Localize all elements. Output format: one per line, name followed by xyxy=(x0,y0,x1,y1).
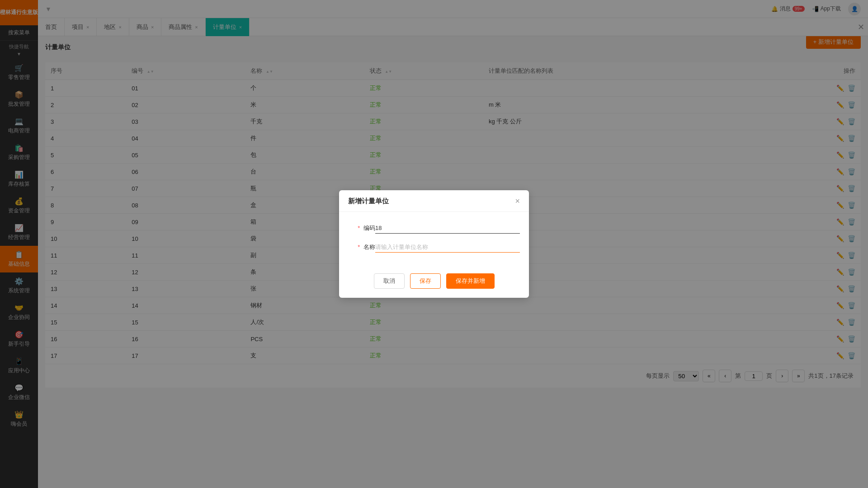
modal-footer: 取消 保存 保存并新增 xyxy=(339,268,529,298)
save-button[interactable]: 保存 xyxy=(410,273,441,289)
code-input[interactable] xyxy=(375,223,520,234)
modal-title: 新增计量单位 xyxy=(348,197,389,206)
modal-close-button[interactable]: × xyxy=(515,197,520,206)
name-label: * 名称 xyxy=(348,243,375,251)
required-star-code: * xyxy=(358,225,360,231)
modal-body: * 编码 * 名称 xyxy=(339,212,529,268)
add-unit-modal: 新增计量单位 × * 编码 * 名称 取消 保存 保存并新增 xyxy=(339,190,529,298)
form-item-code: * 编码 xyxy=(348,223,520,234)
modal-overlay[interactable]: 新增计量单位 × * 编码 * 名称 取消 保存 保存并新增 xyxy=(0,0,868,488)
modal-header: 新增计量单位 × xyxy=(339,190,529,212)
code-label: * 编码 xyxy=(348,224,375,232)
cancel-button[interactable]: 取消 xyxy=(374,273,405,289)
save-new-button[interactable]: 保存并新增 xyxy=(446,273,495,289)
required-star-name: * xyxy=(358,244,360,250)
name-input[interactable] xyxy=(375,242,520,253)
form-item-name: * 名称 xyxy=(348,242,520,253)
